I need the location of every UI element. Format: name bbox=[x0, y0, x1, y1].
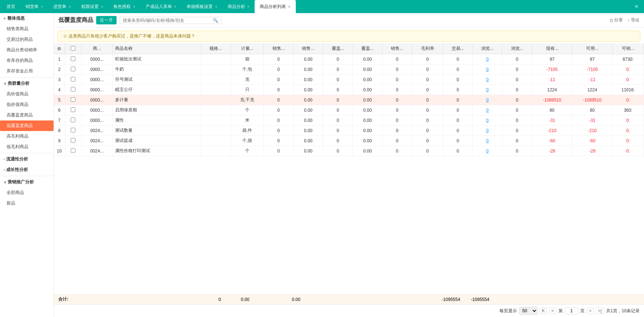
sales-qty-col-header[interactable]: 销售... bbox=[264, 43, 293, 54]
row-checkbox[interactable] bbox=[65, 95, 81, 105]
nav-tab-template[interactable]: 单据模板设置 × bbox=[181, 0, 222, 13]
spec-col-header[interactable]: 规格... bbox=[201, 43, 231, 54]
sidebar-section-overall[interactable]: « 整体信息 bbox=[0, 13, 54, 24]
row-checkbox[interactable] bbox=[65, 105, 81, 115]
close-icon[interactable]: × bbox=[68, 4, 71, 9]
row-browse1[interactable]: 0 bbox=[472, 126, 502, 136]
row-checkbox[interactable] bbox=[65, 64, 81, 75]
row-select-checkbox[interactable] bbox=[71, 87, 75, 92]
row-checkbox[interactable] bbox=[65, 126, 81, 136]
sidebar-item-low-coverage[interactable]: 低覆盖度商品 bbox=[0, 120, 54, 131]
prev-page-button[interactable]: < bbox=[549, 308, 556, 314]
row-select-checkbox[interactable] bbox=[71, 56, 75, 61]
row-select-checkbox[interactable] bbox=[71, 138, 75, 143]
close-icon[interactable]: × bbox=[215, 4, 217, 9]
saleable-col-header[interactable]: 可销... bbox=[612, 43, 644, 54]
sidebar-item-all-goods[interactable]: 全部商品 bbox=[0, 187, 54, 198]
row-browse1[interactable]: 0 bbox=[472, 136, 502, 146]
row-browse1[interactable]: 0 bbox=[472, 64, 502, 75]
nav-tab-purchase[interactable]: 进货单 × bbox=[48, 0, 76, 13]
sidebar-section-marketing[interactable]: ∨ 营销推广分析 bbox=[0, 177, 54, 187]
close-icon[interactable]: × bbox=[174, 4, 176, 9]
period-button[interactable]: 近一月 bbox=[96, 16, 117, 24]
close-icon[interactable]: × bbox=[41, 4, 43, 9]
row-spec bbox=[201, 75, 231, 85]
row-select-checkbox[interactable] bbox=[71, 148, 75, 153]
row-browse1[interactable]: 0 bbox=[472, 146, 502, 156]
code-col-header[interactable]: 商... bbox=[81, 43, 113, 54]
nav-tab-sales[interactable]: 销货单 × bbox=[20, 0, 48, 13]
row-stock: -7105 bbox=[532, 64, 572, 75]
sidebar-item-low-value[interactable]: 低价值商品 bbox=[0, 99, 54, 110]
sidebar-item-sales-goods[interactable]: 销售类商品 bbox=[0, 24, 54, 34]
row-checkbox[interactable] bbox=[65, 85, 81, 95]
nav-tab-produce[interactable]: 产成品入库单 × bbox=[141, 0, 181, 13]
sidebar-item-category-rate[interactable]: 商品分类动销率 bbox=[0, 45, 54, 55]
browse1-col-header[interactable]: 浏览... bbox=[472, 43, 502, 54]
stock-col-header[interactable]: 现有... bbox=[532, 43, 572, 54]
avail-col-header[interactable]: 可用... bbox=[572, 43, 612, 54]
per-page-select[interactable]: 50 20 100 200 bbox=[519, 307, 538, 315]
name-col-header[interactable]: 商品名称 bbox=[113, 43, 201, 54]
nav-tab-analysis-list[interactable]: 商品分析列表 × bbox=[255, 0, 295, 13]
close-all-button[interactable]: × bbox=[631, 3, 643, 10]
deal-col-header[interactable]: 交易... bbox=[443, 43, 472, 54]
sidebar-section-group[interactable]: ∨ 类群量分析 bbox=[0, 78, 54, 89]
sidebar-item-traded-goods[interactable]: 交易过的商品 bbox=[0, 34, 54, 45]
sidebar-item-new-goods[interactable]: 新品 bbox=[0, 198, 54, 209]
next-page-button[interactable]: > bbox=[587, 308, 594, 314]
cover2-col-header[interactable]: 覆盖... bbox=[353, 43, 382, 54]
sidebar-item-low-margin[interactable]: 低毛利商品 bbox=[0, 142, 54, 152]
sidebar-item-high-value[interactable]: 高价值商品 bbox=[0, 89, 54, 99]
nav-tab-home[interactable]: 首页 bbox=[1, 0, 20, 13]
row-number: 3 bbox=[54, 75, 65, 85]
export-button[interactable]: ↑ 导出 bbox=[627, 17, 640, 23]
row-checkbox[interactable] bbox=[65, 146, 81, 156]
row-select-checkbox[interactable] bbox=[71, 77, 75, 82]
search-input[interactable] bbox=[123, 18, 213, 23]
close-icon[interactable]: × bbox=[101, 4, 103, 9]
sales3-col-header[interactable]: 销售... bbox=[382, 43, 412, 54]
sales-amt-col-header[interactable]: 销售... bbox=[293, 43, 323, 54]
row-sales3: 0 bbox=[382, 126, 412, 136]
sidebar-section-flow[interactable]: › 流通性分析 bbox=[0, 154, 54, 165]
cover1-col-header[interactable]: 覆盖... bbox=[323, 43, 353, 54]
checkbox-col-header[interactable] bbox=[65, 43, 81, 54]
row-checkbox[interactable] bbox=[65, 54, 81, 64]
row-browse1[interactable]: 0 bbox=[472, 85, 502, 95]
close-icon[interactable]: × bbox=[247, 4, 250, 9]
close-icon[interactable]: × bbox=[133, 4, 135, 9]
nav-tab-analysis[interactable]: 商品分析 × bbox=[223, 0, 255, 13]
row-select-checkbox[interactable] bbox=[71, 107, 75, 112]
browse2-col-header[interactable]: 浏览... bbox=[502, 43, 532, 54]
sidebar-item-high-margin[interactable]: 高毛利商品 bbox=[0, 131, 54, 142]
sidebar-item-high-coverage[interactable]: 高覆盖度商品 bbox=[0, 110, 54, 120]
margin-col-header[interactable]: 毛利率 bbox=[412, 43, 443, 54]
row-browse1[interactable]: 0 bbox=[472, 95, 502, 105]
sidebar-item-stocked-goods[interactable]: 有库存的商品 bbox=[0, 55, 54, 66]
settings-col-header[interactable]: ⚙ bbox=[54, 43, 65, 54]
nav-tab-role[interactable]: 角色授权 × bbox=[108, 0, 140, 13]
row-checkbox[interactable] bbox=[65, 115, 81, 126]
row-select-checkbox[interactable] bbox=[71, 128, 75, 132]
row-browse1[interactable]: 0 bbox=[472, 54, 502, 64]
sidebar-section-growth[interactable]: › 成长性分析 bbox=[0, 165, 54, 175]
sidebar-item-stock-capital[interactable]: 库存资金占用 bbox=[0, 66, 54, 76]
select-all-checkbox[interactable] bbox=[71, 46, 75, 51]
row-select-checkbox[interactable] bbox=[71, 97, 75, 102]
row-select-checkbox[interactable] bbox=[71, 67, 75, 71]
close-icon[interactable]: × bbox=[288, 4, 290, 9]
row-checkbox[interactable] bbox=[65, 75, 81, 85]
row-browse1[interactable]: 0 bbox=[472, 105, 502, 115]
search-icon[interactable]: 🔍 bbox=[213, 18, 218, 23]
row-select-checkbox[interactable] bbox=[71, 118, 75, 122]
row-checkbox[interactable] bbox=[65, 136, 81, 146]
page-input[interactable] bbox=[565, 307, 578, 314]
row-browse1[interactable]: 0 bbox=[472, 115, 502, 126]
nav-tab-permission[interactable]: 权限设置 × bbox=[76, 0, 108, 13]
last-page-button[interactable]: >| bbox=[596, 308, 604, 314]
unit-col-header[interactable]: 计量... bbox=[231, 43, 264, 54]
row-browse1[interactable]: 0 bbox=[472, 75, 502, 85]
share-button[interactable]: ⎙ 分享 bbox=[610, 17, 623, 23]
first-page-button[interactable]: K bbox=[540, 308, 547, 314]
